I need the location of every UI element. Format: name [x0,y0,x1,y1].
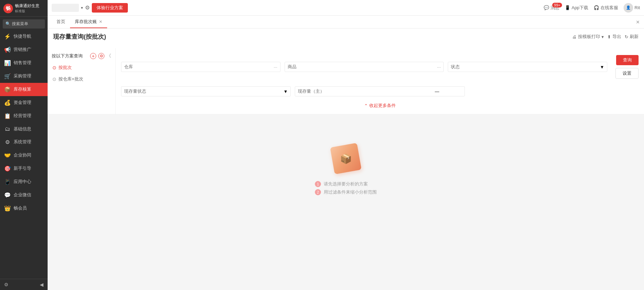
messages-badge: 99+ [552,3,562,7]
messages-btn[interactable]: 💬 消息 99+ [544,5,559,11]
export-label: 导出 [612,34,621,40]
user-profile-btn[interactable]: 👤 Rit [624,3,640,13]
topbar-dropdown-icon[interactable]: ▾ [81,5,83,10]
vip-icon: 👑 [4,205,11,212]
stock-qty-filter: 现存量（主） — [295,86,464,96]
tab-close-btn[interactable]: ✕ [99,19,102,24]
header-actions: 🖨 按模板打印 ▾ ⬆ 导出 ↻ 刷新 [572,34,639,40]
collapse-more-btn[interactable]: ⌃ 收起更多条件 [121,101,639,111]
print-template-btn[interactable]: 🖨 按模板打印 ▾ [572,34,604,40]
sidebar-item-vip[interactable]: 👑 畅会员 [0,202,48,215]
stock-qty-max-input[interactable] [441,89,462,94]
search-icon: 🔍 [5,21,11,26]
sidebar-item-newbie[interactable]: 🎯 新手引导 [0,162,48,175]
warehouse-more-btn[interactable]: ··· [274,65,277,70]
product-more-btn[interactable]: ··· [437,65,441,70]
filter-sidebar-title: 按以下方案查询 [52,53,83,59]
filter-add-btn[interactable]: + [90,53,96,59]
sidebar-item-system[interactable]: ⚙ 系统管理 [0,135,48,149]
hint-num-2: 2 [315,189,321,195]
filter-sidebar: 按以下方案查询 + ⚙ 《 ⊙ 按批次 ⊙ 按仓库+批次 [48,48,116,114]
search-label: 搜索菜单 [12,21,28,27]
sidebar-item-label: 基础信息 [14,126,31,132]
hint-text-1: 请先选择要分析的方案 [324,181,368,187]
product-label: 商品 [288,64,437,70]
wechat-icon: 💬 [4,192,11,198]
finance-icon: 💰 [4,99,11,106]
filter-item-by-batch[interactable]: ⊙ 按批次 [48,62,115,73]
topbar-right: 💬 消息 99+ 📱 App下载 🎧 在线客服 👤 Rit [544,3,640,13]
tab-inventory-batch-label: 库存批次账 [75,19,97,25]
warehouse-input[interactable]: 仓库 ··· [121,62,281,72]
sidebar-item-basic-info[interactable]: 🗂 基础信息 [0,123,48,135]
filter-main: 仓库 ··· 商品 ··· 状态 ▼ [116,48,644,114]
filter-collapse-btn[interactable]: 《 [106,53,111,59]
query-actions: 查询 设置 [611,52,639,82]
topbar-settings-icon[interactable]: ⚙ [85,4,90,11]
sidebar-item-label: 快捷导航 [14,33,31,39]
chevron-up-icon: ⌃ [364,103,368,108]
status-select[interactable]: 状态 ▼ [448,62,607,72]
export-icon: ⬆ [607,34,611,39]
stock-status-label: 现存量状态 [124,88,283,94]
tab-home-label: 首页 [56,19,65,25]
batch-icon: ⊙ [52,65,56,70]
app-title: 畅康通好生意 [15,3,39,9]
filter-row-2: 现存量状态 ▼ 现存量（主） — [121,86,639,96]
topbar: ▾ ⚙ 体验行业方案 💬 消息 99+ 📱 App下载 🎧 在线客服 👤 Rit [48,0,644,16]
empty-hint-1: 1 请先选择要分析的方案 [315,181,377,187]
stock-qty-min-input[interactable] [412,89,433,94]
export-btn[interactable]: ⬆ 导出 [607,34,621,40]
settings-button[interactable]: 设置 [615,68,639,79]
hint-text-2: 用过滤条件来缩小分析范围 [324,189,377,195]
sidebar-item-wechat[interactable]: 💬 企业微信 [0,188,48,202]
stock-status-select[interactable]: 现存量状态 ▼ [121,86,291,96]
user-avatar: 👤 [624,3,633,13]
online-support-btn[interactable]: 🎧 在线客服 [594,5,618,11]
sidebar-item-label: 应用中心 [14,179,31,185]
product-filter: 商品 ··· [285,62,444,72]
empty-state: 📦 1 请先选择要分析的方案 2 用过滤条件来缩小分析范围 [48,114,644,222]
filter-settings-btn[interactable]: ⚙ [98,53,104,59]
trial-industry-btn[interactable]: 体验行业方案 [92,3,128,13]
app-logo: 畅 [3,4,13,13]
sidebar-item-inventory[interactable]: 📦 库存核算 [0,83,48,96]
sidebar-item-enterprise[interactable]: 🤝 企业协同 [0,149,48,162]
sidebar-item-marketing[interactable]: 📢 营销推广 [0,43,48,56]
sidebar-item-purchase[interactable]: 🛒 采购管理 [0,70,48,83]
sidebar-item-finance[interactable]: 💰 资金管理 [0,96,48,109]
filter-item-label: 按批次 [58,65,72,71]
refresh-btn[interactable]: ↻ 刷新 [625,34,639,40]
refresh-icon: ↻ [625,34,628,39]
sidebar-item-label: 资金管理 [14,99,31,106]
sidebar-item-label: 销售管理 [14,60,31,66]
filter-sidebar-actions: + ⚙ 《 [90,53,111,59]
app-download-label: App下载 [572,5,588,11]
filter-item-by-warehouse-batch[interactable]: ⊙ 按仓库+批次 [48,73,115,85]
tab-home[interactable]: 首页 [52,16,70,28]
online-support-label: 在线客服 [600,5,618,11]
query-panel: 现存量查询(按批次) 🖨 按模板打印 ▾ ⬆ 导出 ↻ 刷新 [48,29,644,48]
sales-icon: 📊 [4,60,11,66]
product-input[interactable]: 商品 ··· [285,62,444,72]
tab-inventory-batch[interactable]: 库存批次账 ✕ [70,16,107,28]
brand-placeholder [52,4,79,12]
close-all-tabs-btn[interactable]: ✕ [636,19,640,25]
main-content: ▾ ⚙ 体验行业方案 💬 消息 99+ 📱 App下载 🎧 在线客服 👤 Rit [48,0,644,290]
sidebar-item-sales[interactable]: 📊 销售管理 [0,56,48,70]
search-menu-input[interactable]: 🔍 搜索菜单 [3,19,45,29]
status-filter: 状态 ▼ [448,62,607,72]
collapse-sidebar-btn[interactable]: ◀ [40,282,44,287]
sidebar-item-label: 畅会员 [14,205,27,211]
sidebar-item-app-center[interactable]: 📱 应用中心 [0,175,48,188]
sidebar-item-operations[interactable]: 📋 经营管理 [0,109,48,123]
sidebar-footer: ⚙ ◀ [0,279,48,290]
query-button[interactable]: 查询 [616,55,639,65]
sidebar-nav: ⚡ 快捷导航 📢 营销推广 📊 销售管理 🛒 采购管理 📦 库存核算 💰 资金管… [0,30,48,279]
app-download-btn[interactable]: 📱 App下载 [565,5,588,11]
empty-icon: 📦 [325,142,366,176]
sidebar-item-quick-nav[interactable]: ⚡ 快捷导航 [0,30,48,43]
stock-qty-separator: — [435,89,439,94]
settings-footer-btn[interactable]: ⚙ [4,282,9,287]
filter-sidebar-header: 按以下方案查询 + ⚙ 《 [48,52,115,62]
